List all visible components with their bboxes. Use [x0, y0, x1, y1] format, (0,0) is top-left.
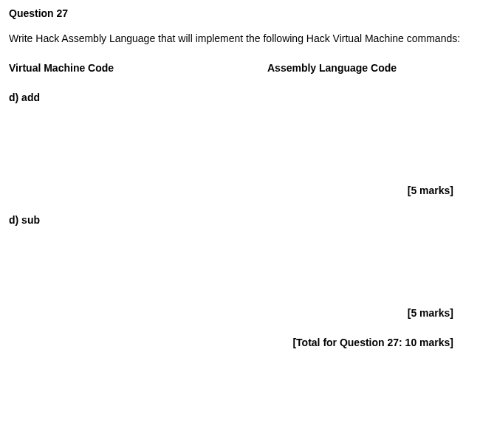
part-d-sub-label: d) sub	[9, 214, 471, 226]
part-d-sub-marks: [5 marks]	[9, 307, 471, 319]
vm-code-header: Virtual Machine Code	[9, 62, 267, 74]
question-title: Question 27	[9, 7, 471, 19]
asm-code-header: Assembly Language Code	[267, 62, 471, 74]
question-total-marks: [Total for Question 27: 10 marks]	[9, 337, 471, 348]
question-instruction: Write Hack Assembly Language that will i…	[9, 32, 471, 44]
part-d-add-label: d) add	[9, 92, 471, 103]
column-headers: Virtual Machine Code Assembly Language C…	[9, 62, 471, 74]
part-d-add-marks: [5 marks]	[9, 185, 471, 196]
